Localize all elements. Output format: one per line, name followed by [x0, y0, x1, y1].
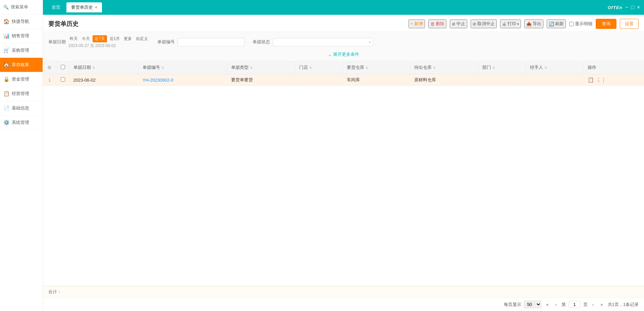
last-page-btn[interactable]: » — [598, 301, 605, 308]
home-tab-label: 首页 — [52, 4, 60, 10]
sidebar-item-inventory[interactable]: 🏠库存核算 — [0, 58, 43, 72]
sidebar-item-label: 经营管理 — [12, 91, 29, 97]
per-page-label: 每页显示 — [504, 302, 521, 308]
sort-type-icon[interactable]: ⇅ — [250, 66, 253, 70]
col-dept-label: 部门 — [482, 64, 491, 71]
sidebar-item-system[interactable]: ⚙️系统管理 — [0, 116, 43, 130]
refresh-icon: 🔄 — [549, 21, 554, 27]
col-req-wh-label: 要货仓库 — [347, 64, 364, 71]
date-shortcut-今天[interactable]: 今天 — [80, 35, 91, 42]
table-footer: 合计： — [43, 286, 644, 298]
sidebar-item-purchase[interactable]: 🛒采购管理 — [0, 43, 43, 58]
col-date-label: 单据日期 — [73, 64, 91, 71]
select-all-checkbox[interactable] — [61, 65, 65, 69]
th-pending-warehouse: 待出仓库⇅ — [410, 61, 478, 74]
sidebar-item-basic[interactable]: 📄基础信息 — [0, 101, 43, 116]
row-more-btn[interactable]: ⋮⋮ — [596, 77, 606, 83]
stop-button[interactable]: ⊘ 中止 — [450, 19, 467, 28]
th-checkbox — [56, 61, 69, 74]
page-content: 要货单历史 + 新增 🗑 删除 ⊘ 中止 ⊘ 取消中止 🖨 打印 — [43, 15, 644, 311]
date-range-text: 2023-05-27 至 2023-06-02 — [68, 43, 149, 49]
sort-store-icon[interactable]: ⇅ — [309, 66, 312, 70]
sidebar-search[interactable]: 🔍 搜索菜单 — [0, 0, 43, 14]
date-shortcuts: 昨天今天近7天近1月更多自定义 2023-05-27 至 2023-06-02 — [68, 35, 149, 49]
per-page-select[interactable]: 2050100200 — [524, 301, 541, 308]
tab-home[interactable]: 首页 — [47, 2, 65, 12]
stop-label: 中止 — [457, 21, 465, 27]
sort-date-icon[interactable]: ⇅ — [92, 66, 95, 70]
sidebar-item-operations[interactable]: 📋经营管理 — [0, 87, 43, 101]
order-no-input[interactable] — [177, 38, 245, 46]
row-checkbox[interactable] — [61, 77, 65, 82]
minimize-button[interactable]: − — [625, 4, 628, 10]
new-button[interactable]: + 新增 — [409, 19, 425, 28]
filter-bar: 单据日期 昨天今天近7天近1月更多自定义 2023-05-27 至 2023-0… — [43, 32, 644, 61]
row-edit-btn[interactable]: 📋 — [588, 77, 594, 83]
next-page-btn[interactable]: › — [590, 301, 596, 308]
cancel-stop-label: 取消中止 — [477, 21, 495, 27]
sort-dept-icon[interactable]: ⇅ — [492, 66, 495, 70]
sort-handler-icon[interactable]: ⇅ — [544, 66, 547, 70]
maximize-button[interactable]: □ — [631, 4, 634, 10]
total-text: 共1页，1条记录 — [608, 302, 639, 308]
sidebar-item-label: 库存核算 — [12, 62, 29, 68]
sort-req-wh-icon[interactable]: ⇅ — [366, 66, 368, 70]
sales-icon: 📊 — [3, 33, 10, 39]
order-no-label: 单据编号 — [157, 39, 175, 45]
prev-page-btn[interactable]: ‹ — [553, 301, 559, 308]
filter-row: 单据日期 昨天今天近7天近1月更多自定义 2023-05-27 至 2023-0… — [48, 35, 639, 49]
setting-button[interactable]: 设置 — [620, 19, 639, 29]
row-checkbox-cell — [56, 74, 69, 86]
display-detail-checkbox[interactable]: 显示明细 — [569, 21, 592, 27]
print-dropdown-icon: ▾ — [517, 22, 519, 26]
sort-no-icon[interactable]: ⇅ — [161, 66, 164, 70]
basic-icon: 📄 — [3, 105, 10, 111]
th-handler: 经手人⇅ — [526, 61, 584, 74]
order-no-link[interactable]: YH-20230602-0 — [143, 78, 173, 83]
display-detail-label: 显示明细 — [575, 21, 592, 27]
search-icon: 🔍 — [3, 5, 9, 10]
table-settings-icon[interactable]: ⚙ — [47, 65, 52, 70]
display-detail-input[interactable] — [569, 22, 574, 26]
pagination-bar: 每页显示 2050100200 « ‹ 第 页 › » 共1页，1条记录 — [43, 298, 644, 311]
table-container: ⚙ 单据日期⇅ 单据编号⇅ 单据类型⇅ 门店⇅ 要货仓库⇅ 待出仓库⇅ 部门⇅ … — [43, 61, 644, 286]
active-tab-label: 要货单历史 — [71, 4, 93, 10]
table-row: 1 2023-06-02 YH-20230602-0 要货单要货 车间库 原材料… — [43, 74, 644, 86]
brand-logo: OfTEn — [608, 5, 623, 10]
stop-icon: ⊘ — [452, 21, 455, 27]
purchase-icon: 🛒 — [3, 47, 10, 53]
topbar-right: OfTEn − □ × — [608, 4, 640, 10]
refresh-button[interactable]: 🔄 刷新 — [547, 19, 566, 28]
data-table: ⚙ 单据日期⇅ 单据编号⇅ 单据类型⇅ 门店⇅ 要货仓库⇅ 待出仓库⇅ 部门⇅ … — [43, 61, 644, 86]
sidebar-search-label: 搜索菜单 — [11, 4, 28, 10]
tab-active[interactable]: 要货单历史 × — [66, 2, 102, 12]
expand-more-btn[interactable]: ⌄ 展开更多条件 — [48, 51, 639, 57]
sort-pend-wh-icon[interactable]: ⇅ — [433, 66, 436, 70]
close-window-button[interactable]: × — [637, 4, 640, 10]
sidebar-item-shortcuts[interactable]: 🏠快捷导航 — [0, 14, 43, 29]
query-button[interactable]: 查询 — [596, 19, 616, 29]
th-date: 单据日期⇅ — [69, 61, 139, 74]
page-label: 第 — [561, 302, 566, 308]
page-num-input[interactable] — [569, 301, 581, 308]
date-shortcut-近1月[interactable]: 近1月 — [108, 35, 121, 42]
sidebar-item-finance[interactable]: 🔒资金管理 — [0, 72, 43, 87]
date-shortcut-更多[interactable]: 更多 — [122, 35, 133, 42]
th-settings: ⚙ — [43, 61, 56, 74]
status-label: 单据状态 — [253, 39, 270, 45]
col-ops-label: 操作 — [588, 65, 596, 70]
first-page-btn[interactable]: « — [544, 301, 550, 308]
sidebar-item-sales[interactable]: 📊销售管理 — [0, 29, 43, 43]
tab-close-icon[interactable]: × — [95, 5, 97, 10]
delete-button[interactable]: 🗑 删除 — [428, 19, 446, 28]
status-input[interactable] — [273, 38, 373, 46]
cell-department — [478, 74, 526, 86]
row-num: 1 — [43, 74, 56, 86]
page-title: 要货单历史 — [48, 20, 78, 28]
cancel-stop-button[interactable]: ⊘ 取消中止 — [471, 19, 497, 28]
date-shortcut-昨天[interactable]: 昨天 — [68, 35, 79, 42]
export-button[interactable]: 📤 导出 — [524, 19, 543, 28]
date-shortcut-自定义[interactable]: 自定义 — [135, 35, 149, 42]
date-shortcut-近7天[interactable]: 近7天 — [93, 35, 107, 42]
print-button[interactable]: 🖨 打印 ▾ — [500, 19, 521, 28]
